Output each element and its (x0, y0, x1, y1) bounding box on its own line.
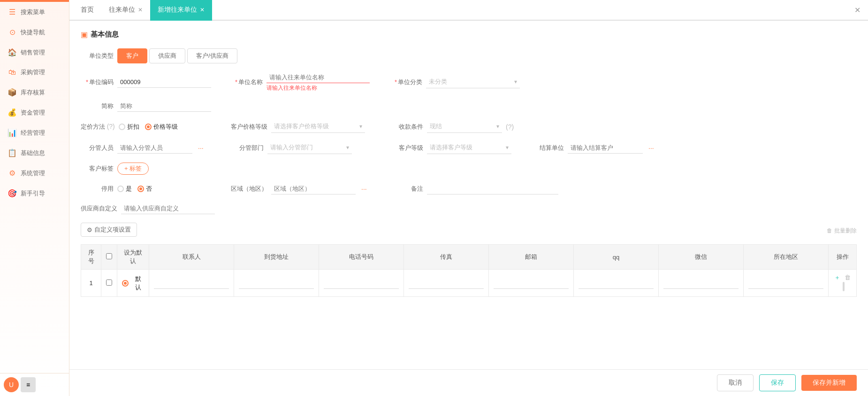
save-button[interactable]: 保存 (759, 374, 796, 391)
pricing-radio-discount[interactable]: 折扣 (119, 123, 139, 131)
row-checkbox[interactable] (106, 280, 112, 286)
col-ops: 操作 (829, 245, 857, 270)
col-qq: qq (574, 245, 659, 270)
sidebar-item-search[interactable]: ☰ 搜索菜单 (0, 2, 69, 22)
sidebar-item-finance[interactable]: 💰 资金管理 (0, 102, 69, 123)
sidebar-item-basic-info[interactable]: 📋 基础信息 (0, 143, 69, 163)
remarks-input[interactable] (427, 183, 558, 194)
settlement-more-btn[interactable]: ··· (647, 144, 656, 152)
code-label: *单位编码 (81, 78, 114, 86)
code-input[interactable] (117, 77, 211, 88)
unit-type-supplier[interactable]: 供应商 (149, 48, 185, 63)
save-new-button[interactable]: 保存并新增 (801, 375, 857, 391)
payment-help-icon[interactable]: (?) (506, 123, 514, 131)
sidebar-item-inventory[interactable]: 📦 库存核算 (0, 82, 69, 102)
payment-select[interactable]: 现结 ▾ (427, 120, 502, 133)
wechat-input[interactable] (663, 278, 739, 289)
unit-type-customer[interactable]: 客户 (117, 48, 147, 63)
avatar[interactable]: U (4, 377, 19, 392)
sidebar: ☰ 搜索菜单 ⊙ 快捷导航 🏠 销售管理 🛍 采购管理 📦 库存核算 💰 资金管… (0, 0, 69, 396)
customer-price-chevron: ▾ (359, 123, 362, 130)
row-wechat[interactable] (659, 270, 744, 297)
disabled-yes[interactable]: 是 (117, 185, 132, 193)
select-all-checkbox[interactable] (106, 253, 112, 259)
add-row-btn[interactable]: ＋ (834, 274, 840, 281)
address-input[interactable] (239, 278, 314, 289)
pricing-radio-group: 折扣 价格等级 (119, 123, 178, 131)
close-new-partner-tab[interactable]: ✕ (200, 7, 205, 13)
close-all-tabs[interactable]: ✕ (851, 6, 864, 15)
col-phone: 电话号码 (319, 245, 404, 270)
tab-home[interactable]: 首页 (73, 0, 101, 21)
delete-row-btn[interactable]: 🗑 (845, 274, 851, 281)
cancel-button[interactable]: 取消 (717, 374, 754, 391)
col-region: 所在地区 (744, 245, 829, 270)
settlement-item: 结算单位 ··· (531, 142, 656, 154)
batch-delete-btn[interactable]: 🗑 批量删除 (827, 227, 857, 235)
region-input[interactable] (271, 183, 356, 194)
email-input[interactable] (494, 278, 569, 289)
sidebar-label-sales: 销售管理 (21, 48, 45, 57)
row-check[interactable] (101, 270, 117, 297)
customer-level-select[interactable]: 请选择客户等级 ▾ (427, 141, 511, 154)
dept-select[interactable]: 请输入分管部门 ▾ (267, 141, 352, 154)
disabled-no[interactable]: 否 (137, 185, 152, 193)
tag-item: 客户标签 + 标签 (81, 163, 857, 175)
unit-type-label: 单位类型 (81, 52, 114, 60)
unit-type-buttons: 客户 供应商 客户/供应商 (117, 48, 237, 63)
section-title: 基本信息 (91, 30, 119, 39)
sidebar-item-operations[interactable]: 📊 经营管理 (0, 123, 69, 143)
row-qq[interactable] (574, 270, 659, 297)
payment-item: 收款条件 现结 ▾ (?) (390, 120, 514, 133)
row-phone[interactable] (319, 270, 404, 297)
close-partners-tab[interactable]: ✕ (138, 7, 143, 13)
region-more-btn[interactable]: ··· (359, 185, 369, 193)
row-address[interactable] (234, 270, 319, 297)
name-input[interactable] (266, 72, 370, 83)
sidebar-item-guide[interactable]: 🎯 新手引导 (0, 183, 69, 203)
manager-item: 分管人员 ··· (81, 142, 212, 154)
tab-new-partner[interactable]: 新增往来单位 ✕ (150, 0, 212, 21)
row-email[interactable] (489, 270, 574, 297)
contact-input[interactable] (154, 278, 229, 289)
dept-label: 分管部门 (231, 144, 264, 152)
custom-settings-btn[interactable]: ⚙ 自定义项设置 (81, 223, 137, 237)
pricing-radio-level[interactable]: 价格等级 (145, 123, 178, 131)
region-item: 区域（地区） ··· (231, 183, 372, 194)
category-select[interactable]: 未分类 ▾ (426, 76, 520, 88)
abbr-input[interactable] (117, 101, 211, 112)
gear-icon: ⚙ (8, 169, 17, 178)
settlement-input[interactable] (568, 142, 643, 154)
fax-input[interactable] (409, 278, 484, 289)
qq-input[interactable] (579, 278, 654, 289)
settings-icon[interactable]: ≡ (21, 377, 36, 392)
pricing-help-icon[interactable]: (?) (107, 123, 115, 130)
sidebar-item-quick-nav[interactable]: ⊙ 快捷导航 (0, 22, 69, 42)
col-seq: 序号 (81, 245, 101, 270)
phone-input[interactable] (324, 278, 399, 289)
payment-label: 收款条件 (390, 123, 423, 131)
unit-type-both[interactable]: 客户/供应商 (187, 48, 237, 63)
sidebar-label-guide: 新手引导 (21, 189, 45, 198)
row-region[interactable] (744, 270, 829, 297)
manager-row: 分管人员 ··· 分管部门 请输入分管部门 ▾ 客户等级 请选择客户等级 ▾ 结… (81, 141, 857, 154)
remarks-item: 备注 (390, 183, 558, 194)
sidebar-item-system[interactable]: ⚙ 系统管理 (0, 163, 69, 183)
manager-label: 分管人员 (81, 144, 114, 152)
customer-price-select[interactable]: 请选择客户价格等级 ▾ (271, 120, 365, 133)
discount-radio (119, 124, 125, 130)
add-tag-btn[interactable]: + 标签 (117, 163, 149, 175)
pricing-row: 定价方法 (?) 折扣 价格等级 客户 (81, 120, 857, 133)
manager-more-btn[interactable]: ··· (196, 144, 206, 152)
row-contact[interactable] (149, 270, 234, 297)
manager-input[interactable] (117, 142, 192, 154)
tab-partners[interactable]: 往来单位 ✕ (101, 0, 150, 21)
supplier-custom-input[interactable] (121, 203, 215, 214)
drag-handle[interactable] (843, 282, 845, 291)
row-fax[interactable] (404, 270, 489, 297)
settlement-label: 结算单位 (531, 144, 564, 152)
row-region-input[interactable] (748, 278, 823, 289)
row-seq: 1 (81, 270, 101, 297)
sidebar-item-sales[interactable]: 🏠 销售管理 (0, 42, 69, 62)
sidebar-item-purchase[interactable]: 🛍 采购管理 (0, 62, 69, 82)
